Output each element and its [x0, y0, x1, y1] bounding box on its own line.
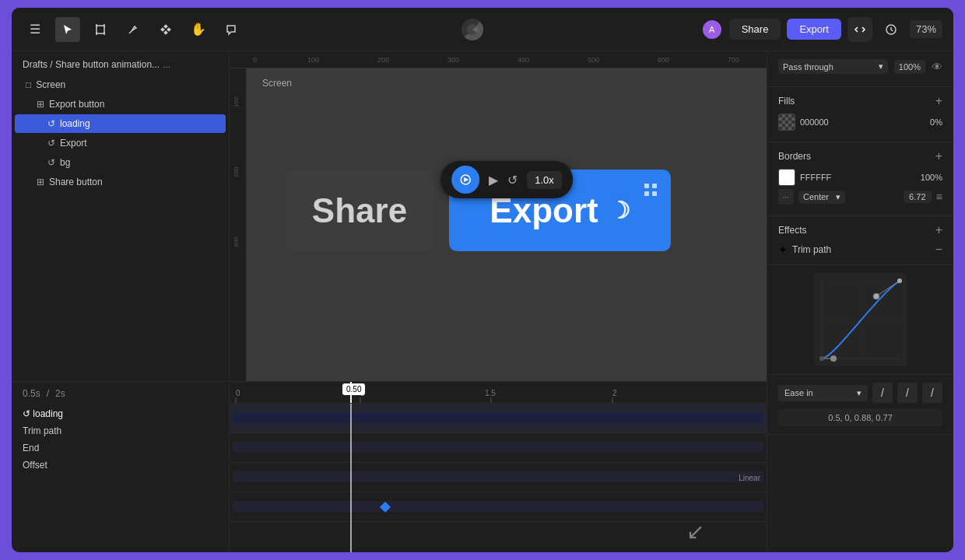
cursor-tool[interactable] — [55, 17, 80, 42]
effects-add-button[interactable]: + — [935, 224, 942, 236]
history-icon[interactable] — [879, 17, 904, 42]
speed-button[interactable]: 1.0x — [527, 171, 562, 189]
layer-export[interactable]: ↺ Export — [15, 134, 226, 152]
track-end[interactable]: Linear — [230, 463, 767, 492]
layer-screen-label: Screen — [36, 79, 65, 90]
effect-remove-button[interactable]: − — [935, 243, 942, 257]
app-window: ☰ — [12, 8, 953, 552]
breadcrumb-more[interactable]: ... — [163, 59, 170, 70]
top-bar-right: A Share Export 73% — [701, 17, 942, 42]
ease-btn-3[interactable]: / — [922, 383, 942, 403]
left-panel: Drafts / Share button animation... ... □… — [12, 51, 230, 552]
export-dot-4 — [652, 191, 657, 196]
layer-loading-label: loading — [60, 118, 90, 129]
track-loading-bar — [233, 412, 763, 423]
border-style-select[interactable]: Center ▾ — [798, 191, 845, 204]
layer-screen[interactable]: □ Screen — [15, 75, 226, 94]
layer-bg[interactable]: ↺ bg — [15, 153, 226, 172]
share-button[interactable]: Share — [729, 19, 781, 40]
timeline-label-offset[interactable]: Offset — [12, 457, 229, 474]
ease-btn-1[interactable]: / — [872, 383, 893, 403]
fills-add-button[interactable]: + — [935, 95, 942, 107]
svg-point-41 — [873, 293, 879, 299]
border-opacity-value[interactable]: 100% — [919, 173, 942, 182]
track-loading[interactable] — [230, 404, 767, 433]
svg-point-42 — [819, 356, 824, 361]
svg-rect-6 — [163, 30, 168, 35]
border-align-icon[interactable]: ≡ — [936, 191, 942, 203]
frame-tool[interactable] — [88, 17, 113, 42]
timeline-label-end[interactable]: End — [12, 439, 229, 457]
ruler-vertical: 100 200 300 — [230, 68, 247, 381]
svg-rect-7 — [160, 27, 165, 32]
layer-bg-label: bg — [60, 157, 70, 168]
layers-list: □ Screen ⊞ Export button ↺ loading ↺ Exp… — [12, 75, 229, 381]
component-tool[interactable] — [153, 17, 178, 42]
play-button[interactable]: ▶ — [489, 173, 498, 187]
canvas-column: 0 100 200 300 400 500 600 700 800 100 — [230, 51, 767, 552]
svg-text:100: 100 — [307, 56, 319, 64]
opacity-eye-icon[interactable]: 👁 — [932, 61, 942, 73]
track-trimpath[interactable] — [230, 433, 767, 463]
border-style-value: Center — [803, 192, 829, 201]
canvas-share-btn: Share — [286, 170, 433, 251]
timeline-label-loading[interactable]: ↺ loading — [12, 405, 229, 422]
zoom-indicator[interactable]: 73% — [910, 20, 942, 38]
border-color-value[interactable]: FFFFFF — [800, 173, 914, 182]
border-weight-value[interactable]: 6.72 — [904, 191, 932, 203]
playhead-marker: 0.50 — [342, 383, 365, 395]
ease-type-select[interactable]: Ease in ▾ — [778, 385, 868, 401]
blend-mode-select[interactable]: Pass through ▾ — [778, 59, 888, 74]
svg-text:0: 0 — [253, 56, 257, 64]
avatar-pair: A — [701, 19, 723, 40]
canvas-content[interactable]: Screen Share Export ☽ — [247, 68, 767, 381]
border-options-icon[interactable]: ··· — [778, 189, 794, 205]
main-body: Drafts / Share button animation... ... □… — [12, 51, 953, 552]
timeline-ruler: 0 1 1.5 2 0.50 — [230, 382, 767, 404]
layer-loading[interactable]: ↺ loading — [15, 114, 226, 133]
svg-text:100: 100 — [233, 96, 240, 107]
layer-export-button[interactable]: ⊞ Export button — [15, 95, 226, 114]
export-button[interactable]: Export — [787, 19, 841, 40]
svg-rect-5 — [163, 24, 168, 29]
layer-share-button[interactable]: ⊞ Share button — [15, 173, 226, 191]
fills-section: Fills + 000000 0% — [767, 87, 953, 142]
breadcrumb-text: Drafts / Share button animation... — [23, 59, 160, 70]
timeline-label-trimpath[interactable]: Trim path — [12, 422, 229, 439]
top-bar-left: ☰ — [23, 17, 244, 42]
svg-line-40 — [876, 281, 900, 296]
track-trimpath-bar — [233, 442, 763, 453]
ease-coords[interactable]: 0.5, 0, 0.88, 0.77 — [778, 409, 942, 426]
border-color-swatch[interactable] — [778, 169, 795, 186]
loop-button[interactable]: ↺ — [507, 173, 518, 187]
svg-marker-24 — [464, 177, 468, 182]
menu-icon[interactable]: ☰ — [23, 17, 47, 42]
ease-type-value: Ease in — [784, 388, 813, 397]
borders-add-button[interactable]: + — [935, 150, 942, 163]
hand-tool[interactable]: ✋ — [186, 17, 211, 42]
track-end-bar — [233, 471, 763, 482]
svg-text:700: 700 — [728, 56, 739, 64]
cursor-indicator: ↙ — [686, 519, 704, 544]
layer-bg-icon: ↺ — [47, 157, 55, 168]
borders-title: Borders — [778, 151, 811, 162]
fill-color-value[interactable]: 000000 — [800, 117, 914, 127]
layer-loading-icon: ↺ — [47, 118, 55, 129]
bezier-canvas — [814, 273, 907, 366]
ease-section: Ease in ▾ / / / 0.5, 0, 0.88, 0.77 — [767, 375, 953, 435]
fill-color-swatch[interactable] — [778, 114, 795, 131]
comment-tool[interactable] — [219, 17, 244, 42]
blend-row: Pass through ▾ 100% 👁 — [778, 59, 942, 74]
pen-tool[interactable] — [121, 17, 146, 42]
play-toggle[interactable] — [451, 166, 479, 194]
track-offset[interactable] — [230, 492, 767, 522]
timeline-tracks: Linear ↙ — [230, 404, 767, 552]
svg-text:300: 300 — [233, 236, 240, 247]
timeline-area: 0 1 1.5 2 0.50 — [230, 381, 767, 552]
opacity-value[interactable]: 100% — [894, 60, 925, 74]
playback-controls: ▶ ↺ 1.0x — [440, 161, 573, 198]
ease-btn-2[interactable]: / — [897, 383, 918, 403]
bezier-container — [767, 265, 953, 375]
code-mode-button[interactable] — [847, 17, 872, 42]
fill-alpha-value[interactable]: 0% — [919, 117, 942, 127]
